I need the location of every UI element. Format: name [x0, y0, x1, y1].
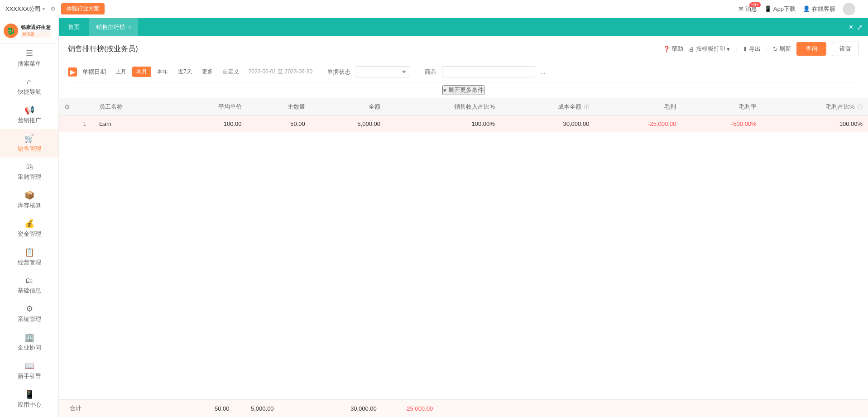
expand-more-button[interactable]: ▾ 展开更多条件 [442, 85, 484, 95]
top-bar: XXXXXX公司 ▾ ⚙ 体验行业方案 ✉ 消息 99+ 📱 App下载 👤 在… [0, 0, 868, 18]
row-index: 1 [76, 116, 94, 132]
system-icon: ⚙ [26, 304, 33, 314]
sidebar-item-shortcut-label: 快捷导航 [18, 88, 41, 96]
date-btn-more[interactable]: 更多 [198, 67, 217, 77]
sidebar-item-inventory[interactable]: 📦 库存核算 [0, 186, 58, 214]
column-settings-icon[interactable]: ⚙ [64, 103, 70, 110]
sidebar-item-guide-label: 新手引导 [18, 372, 41, 380]
date-btn-7days[interactable]: 近7天 [174, 67, 196, 77]
top-settings-icon[interactable]: ⚙ [50, 5, 56, 12]
sidebar-item-sales[interactable]: 🛒 销售管理 [0, 129, 58, 158]
settings-button[interactable]: 设置 [832, 42, 859, 56]
message-btn[interactable]: ✉ 消息 99+ [739, 5, 757, 13]
date-btn-custom[interactable]: 自定义 [219, 67, 243, 77]
date-btn-last-month[interactable]: 上月 [111, 67, 130, 77]
table-footer: 合计 50.00 5,000.00 30,000.00 -25,000.00 [59, 399, 868, 417]
filter-expand-icon[interactable]: ▶ [68, 67, 77, 77]
date-btn-this-year[interactable]: 本年 [153, 67, 172, 77]
page-title-row: 销售排行榜(按业务员) ❓ 帮助 🖨 按模板打印 ▾ | [68, 42, 859, 56]
th-index [76, 98, 94, 116]
row-settings [59, 116, 76, 132]
finance-icon: 💰 [24, 219, 34, 229]
sidebar-item-enterprise[interactable]: 🏢 企业协同 [0, 328, 58, 356]
th-name: 员工名称 [94, 98, 170, 116]
sidebar-item-guide[interactable]: 📖 新手引导 [0, 356, 58, 385]
status-select[interactable] [356, 66, 410, 77]
footer-qty-val: 50.00 [209, 405, 245, 412]
logo-text-container: 畅康通好生意 标准版 [21, 24, 51, 38]
row-name: Eam [94, 116, 170, 132]
th-gross: 毛利 [595, 98, 681, 116]
th-settings[interactable]: ⚙ [59, 98, 76, 116]
online-service-btn[interactable]: 👤 在线客服 [803, 5, 835, 13]
service-icon: 👤 [803, 5, 810, 12]
appstore-icon: 📱 [24, 389, 34, 399]
export-icon: ⬇ [743, 46, 748, 53]
tab-sales-ranking[interactable]: 销售排行榜 × [89, 18, 138, 36]
logo-icon: 🐉 [4, 24, 18, 38]
logo-title: 畅康通好生意 [21, 24, 51, 31]
export-btn[interactable]: ⬇ 导出 [743, 45, 761, 53]
sidebar-item-enterprise-label: 企业协同 [18, 344, 41, 352]
table-row: 1 Eam 100.00 50.00 5,000.00 100.00% 30,0… [59, 116, 868, 132]
refresh-btn[interactable]: ↻ 刷新 [773, 45, 791, 53]
sidebar-item-wechat[interactable]: 💬 企业微信 [0, 413, 58, 417]
message-icon: ✉ [739, 5, 743, 12]
expand-more-label: 展开更多条件 [448, 86, 484, 94]
expand-chevron-icon: ▾ [443, 87, 446, 94]
guide-icon: 📖 [24, 361, 34, 371]
th-avg-price: 平均单价 [170, 98, 247, 116]
gross-pct-info-icon[interactable]: ⓘ [858, 104, 863, 110]
sidebar-logo: 🐉 畅康通好生意 标准版 [0, 18, 58, 44]
page-actions: ❓ 帮助 🖨 按模板打印 ▾ | ⬇ 导出 | [663, 42, 859, 56]
row-amount: 5,000.00 [311, 116, 386, 132]
inventory-icon: 📦 [24, 190, 34, 200]
cost-info-icon[interactable]: ⓘ [584, 104, 589, 110]
logo-badge: 标准版 [21, 31, 51, 38]
app-download-btn[interactable]: 📱 App下载 [764, 5, 796, 13]
sidebar-item-marketing-label: 营销推广 [18, 116, 41, 125]
tab-close-icon[interactable]: × [128, 24, 131, 30]
footer-amount: 5,000.00 [245, 405, 300, 412]
template-print-btn[interactable]: 🖨 按模板打印 ▾ [689, 45, 730, 53]
footer-cost: 30,000.00 [345, 405, 399, 412]
row-gross: -25,000.00 [595, 116, 681, 132]
company-selector[interactable]: XXXXXX公司 ▾ [5, 5, 45, 13]
more-filters-btn[interactable]: ... [541, 69, 545, 75]
date-btn-this-month[interactable]: 本月 [132, 67, 151, 77]
sidebar-item-marketing[interactable]: 📢 营销推广 [0, 101, 58, 129]
sidebar-item-finance[interactable]: 💰 资金管理 [0, 214, 58, 243]
tab-maximize-icon[interactable]: ⤢ [857, 23, 863, 32]
filter-row: ▶ 单据日期 上月 本月 本年 近7天 更多 自定义 2023-06-01 至 … [68, 62, 859, 82]
sidebar-item-system[interactable]: ⚙ 系统管理 [0, 299, 58, 328]
tab-home[interactable]: 首页 [59, 18, 89, 36]
search-menu-icon: ☰ [26, 48, 33, 58]
service-label: 在线客服 [812, 5, 835, 13]
table-body: 1 Eam 100.00 50.00 5,000.00 100.00% 30,0… [59, 116, 868, 132]
sidebar-item-operation-label: 经营管理 [18, 259, 41, 267]
sidebar-item-shortcut[interactable]: ⌂ 快捷导航 [0, 72, 58, 101]
table-area: ⚙ 员工名称 平均单价 主数量 全额 销售收入占比% 成本全额 ⓘ 毛利 [59, 98, 868, 399]
trial-button[interactable]: 体验行业方案 [61, 3, 105, 14]
tab-minimize-icon[interactable]: × [849, 23, 853, 31]
sidebar-item-basic[interactable]: 🗂 基础信息 [0, 271, 58, 299]
sidebar-item-sales-label: 销售管理 [18, 145, 41, 153]
date-range-display: 2023-06-01 至 2023-06-30 [249, 68, 312, 76]
table-header-row: ⚙ 员工名称 平均单价 主数量 全额 销售收入占比% 成本全额 ⓘ 毛利 [59, 98, 868, 116]
row-sales-pct: 100.00% [386, 116, 500, 132]
sales-icon: 🛒 [24, 134, 34, 144]
query-button[interactable]: 查询 [796, 42, 826, 56]
help-btn[interactable]: ❓ 帮助 [663, 45, 683, 53]
row-cost: 30,000.00 [500, 116, 595, 132]
expand-more-row: ▾ 展开更多条件 [68, 82, 859, 98]
date-filter-label: 单据日期 [82, 68, 106, 76]
sidebar-item-system-label: 系统管理 [18, 315, 41, 323]
sidebar-item-operation[interactable]: 📋 经营管理 [0, 243, 58, 271]
sidebar-item-purchase[interactable]: 🛍 采购管理 [0, 158, 58, 186]
goods-input[interactable] [442, 66, 535, 77]
sidebar-item-search[interactable]: ☰ 搜索菜单 [0, 44, 58, 72]
top-bar-right: ✉ 消息 99+ 📱 App下载 👤 在线客服 [739, 3, 863, 15]
sidebar-item-basic-label: 基础信息 [18, 287, 41, 295]
sidebar-item-appstore[interactable]: 📱 应用中心 [0, 385, 58, 413]
avatar[interactable] [843, 3, 855, 15]
